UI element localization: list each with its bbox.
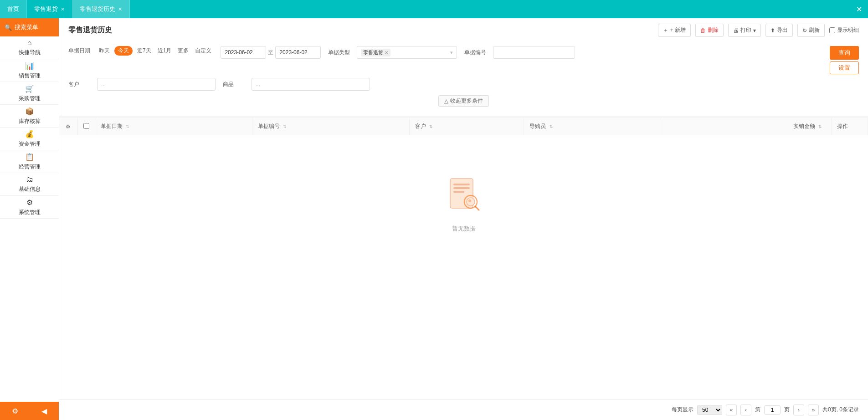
refresh-label: 刷新 xyxy=(809,26,820,34)
pagination-bar: 每页显示 10 20 50 100 « ‹ 第 页 › » 共0页, 0条记录 xyxy=(59,399,868,420)
print-icon: 🖨 xyxy=(733,27,739,34)
delete-icon: 🗑 xyxy=(700,27,706,34)
tab-retail-return-history-close[interactable]: ✕ xyxy=(118,6,122,12)
tab-retail-return-label: 零售退货 xyxy=(34,5,58,13)
table-container: ⚙ 单据日期 ⇅ 单据编号 ⇅ xyxy=(59,118,868,399)
export-icon: ⬆ xyxy=(770,27,775,34)
add-button[interactable]: ＋ + 新增 xyxy=(658,24,691,37)
tab-retail-return-history[interactable]: 零售退货历史 ✕ xyxy=(72,0,130,18)
sidebar-item-finance[interactable]: 💰 资金管理 xyxy=(0,128,59,150)
date-filter-options: 昨天 今天 近7天 近1月 更多 自定义 xyxy=(97,46,213,56)
col-number[interactable]: 单据编号 ⇅ xyxy=(252,118,409,135)
date-label: 单据日期 xyxy=(68,47,93,55)
col-guide-sort[interactable]: ⇅ xyxy=(550,124,553,129)
window-close-button[interactable]: ✕ xyxy=(850,0,868,18)
query-button[interactable]: 查询 xyxy=(830,46,859,60)
date-from-input[interactable] xyxy=(221,46,266,59)
top-bar: 首页 零售退货 ✕ 零售退货历史 ✕ ✕ xyxy=(0,0,868,18)
add-icon: ＋ xyxy=(663,26,668,34)
page-size-select[interactable]: 10 20 50 100 xyxy=(697,405,722,415)
search-menu-bar[interactable]: 🔍 搜索菜单 xyxy=(0,18,59,36)
number-label: 单据编号 xyxy=(464,49,489,56)
sidebar-item-quicknav[interactable]: ⌂ 快捷导航 xyxy=(0,36,59,59)
empty-state: 暂无数据 xyxy=(59,135,868,269)
delete-button[interactable]: 🗑 删除 xyxy=(695,24,724,37)
date-btn-yesterday[interactable]: 昨天 xyxy=(97,46,112,56)
sidebar-item-system[interactable]: ⚙ 系统管理 xyxy=(0,196,59,219)
page-title: 零售退货历史 xyxy=(68,26,112,35)
type-select-arrow: ▾ xyxy=(450,50,453,56)
refresh-icon: ↻ xyxy=(802,27,807,34)
sidebar-item-purchase[interactable]: 🛒 采购管理 xyxy=(0,82,59,105)
last-page-button[interactable]: » xyxy=(808,405,819,415)
show-detail-label: 显示明细 xyxy=(837,26,859,34)
show-detail-checkbox-label[interactable]: 显示明细 xyxy=(829,26,859,34)
page-title-row: 零售退货历史 ＋ + 新增 🗑 删除 🖨 打印 ▾ xyxy=(68,24,859,37)
data-table: ⚙ 单据日期 ⇅ 单据编号 ⇅ xyxy=(59,118,868,135)
tab-list: 首页 零售退货 ✕ 零售退货历史 ✕ xyxy=(0,0,850,18)
sidebar-bottom-bar: ⚙ ◀ xyxy=(0,402,59,420)
settings-bottom-icon[interactable]: ⚙ xyxy=(12,407,18,415)
add-label: + 新增 xyxy=(670,26,686,34)
type-label: 单据类型 xyxy=(328,49,353,56)
sidebar-item-basicinfo[interactable]: 🗂 基础信息 xyxy=(0,173,59,196)
export-label: 导出 xyxy=(777,26,788,34)
date-btn-custom[interactable]: 自定义 xyxy=(193,46,213,56)
export-button[interactable]: ⬆ 导出 xyxy=(765,24,793,37)
col-amount-sort[interactable]: ⇅ xyxy=(818,124,822,129)
date-to-separator: 至 xyxy=(268,49,273,56)
number-input[interactable] xyxy=(493,46,575,59)
show-detail-checkbox[interactable] xyxy=(829,27,835,33)
sidebar-item-inventory-label: 库存核算 xyxy=(19,118,41,125)
page-number-input[interactable] xyxy=(764,405,781,415)
date-btn-7days[interactable]: 近7天 xyxy=(135,46,153,56)
col-checkbox[interactable] xyxy=(77,118,95,135)
tab-home[interactable]: 首页 xyxy=(0,0,27,18)
set-button[interactable]: 设置 xyxy=(830,61,859,74)
collapse-sidebar-icon[interactable]: ◀ xyxy=(41,407,47,415)
first-page-button[interactable]: « xyxy=(726,405,737,415)
sidebar-item-operations[interactable]: 📋 经营管理 xyxy=(0,150,59,173)
col-amount[interactable]: 实销金额 ⇅ xyxy=(660,118,831,135)
sidebar-item-sales-label: 销售管理 xyxy=(19,72,41,80)
type-tag-remove[interactable]: ✕ xyxy=(385,50,388,55)
svg-point-7 xyxy=(468,200,471,202)
sidebar-item-finance-label: 资金管理 xyxy=(19,140,41,148)
type-select[interactable]: 零售退货 ✕ ▾ xyxy=(357,46,457,59)
print-dropdown-icon: ▾ xyxy=(753,27,756,34)
col-date[interactable]: 单据日期 ⇅ xyxy=(95,118,252,135)
sidebar-item-operations-label: 经营管理 xyxy=(19,163,41,171)
basicinfo-icon: 🗂 xyxy=(26,175,33,184)
sidebar-item-sales[interactable]: 📊 销售管理 xyxy=(0,59,59,82)
date-btn-today[interactable]: 今天 xyxy=(114,46,133,56)
sidebar-item-inventory[interactable]: 📦 库存核算 xyxy=(0,105,59,128)
sidebar-item-system-label: 系统管理 xyxy=(19,209,41,216)
col-date-sort[interactable]: ⇅ xyxy=(126,124,129,129)
date-to-input[interactable] xyxy=(275,46,321,59)
page-header: 零售退货历史 ＋ + 新增 🗑 删除 🖨 打印 ▾ xyxy=(59,18,868,116)
col-customer-sort[interactable]: ⇅ xyxy=(429,124,433,129)
finance-icon: 💰 xyxy=(25,130,34,138)
col-number-sort[interactable]: ⇅ xyxy=(283,124,287,129)
goods-select[interactable]: ... xyxy=(252,78,370,91)
col-settings[interactable]: ⚙ xyxy=(59,118,77,135)
toolbar: ＋ + 新增 🗑 删除 🖨 打印 ▾ ⬆ 导出 xyxy=(658,24,859,37)
col-guide[interactable]: 导购员 ⇅ xyxy=(524,118,660,135)
tab-retail-return-close[interactable]: ✕ xyxy=(61,6,65,12)
settings-col-icon: ⚙ xyxy=(66,123,71,130)
prev-page-button[interactable]: ‹ xyxy=(740,405,751,415)
main-layout: 🔍 搜索菜单 ⌂ 快捷导航 📊 销售管理 🛒 采购管理 📦 库存核算 💰 xyxy=(0,18,868,420)
main-content: 零售退货历史 ＋ + 新增 🗑 删除 🖨 打印 ▾ xyxy=(59,18,868,420)
col-customer[interactable]: 客户 ⇅ xyxy=(409,118,524,135)
sidebar-item-purchase-label: 采购管理 xyxy=(19,95,41,102)
print-button[interactable]: 🖨 打印 ▾ xyxy=(728,24,761,37)
col-date-label: 单据日期 xyxy=(101,123,123,129)
customer-select[interactable]: ... xyxy=(97,78,216,91)
refresh-button[interactable]: ↻ 刷新 xyxy=(797,24,825,37)
collapse-filter-button[interactable]: △ 收起更多条件 xyxy=(438,95,489,107)
date-btn-more[interactable]: 更多 xyxy=(176,46,190,56)
date-btn-1month[interactable]: 近1月 xyxy=(156,46,174,56)
select-all-checkbox[interactable] xyxy=(83,123,89,129)
tab-retail-return[interactable]: 零售退货 ✕ xyxy=(27,0,72,18)
next-page-button[interactable]: › xyxy=(793,405,804,415)
